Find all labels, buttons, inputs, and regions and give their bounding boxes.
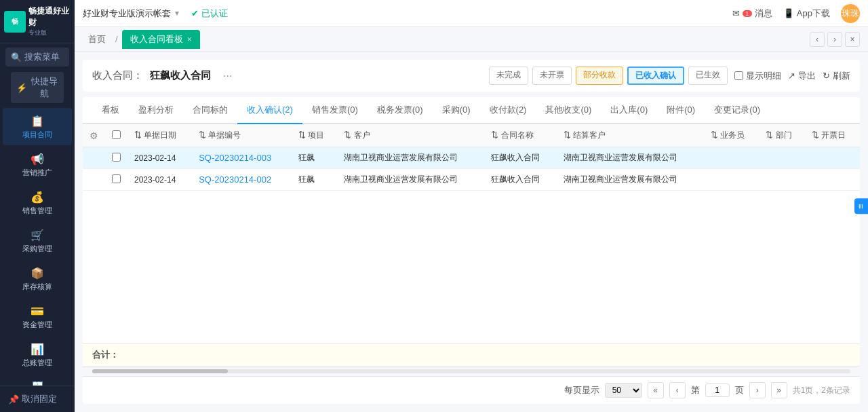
tab-purchase[interactable]: 采购(0) <box>433 97 480 124</box>
tab-prev-button[interactable]: ‹ <box>810 32 825 47</box>
status-active[interactable]: 已生效 <box>688 67 728 85</box>
company-selector[interactable]: 好业财专业版演示帐套 ▼ <box>83 7 180 20</box>
refresh-icon: ↻ <box>823 71 830 81</box>
row-number-0[interactable]: SQ-20230214-003 <box>192 147 292 169</box>
tabbar-home[interactable]: 首页 <box>83 33 111 45</box>
tab-sales-invoice[interactable]: 销售发票(0) <box>302 97 368 124</box>
tab-dashboard[interactable]: 看板 <box>92 97 129 124</box>
col-contract-header[interactable]: ⇅ 合同名称 <box>484 124 556 147</box>
next-page-button[interactable]: › <box>749 382 766 398</box>
sidebar-item-general[interactable]: 📊 总账管理 <box>3 336 72 373</box>
marketing-icon: 📢 <box>30 151 45 166</box>
sort-icon: ⇅ <box>344 130 351 140</box>
settings-icon[interactable]: ⚙ <box>90 130 98 141</box>
row-number-1[interactable]: SQ-20230214-002 <box>192 169 292 191</box>
row-check-input-1[interactable] <box>112 174 121 183</box>
tab-next-button[interactable]: › <box>827 32 842 47</box>
row-number-link-0[interactable]: SQ-20230214-003 <box>199 153 271 163</box>
tab-close-button[interactable]: × <box>845 32 860 47</box>
tab-other-income[interactable]: 其他收支(0) <box>536 97 601 124</box>
quick-nav-button[interactable]: ⚡ 快捷导航 <box>11 72 64 103</box>
show-detail-checkbox[interactable]: 显示明细 <box>734 70 781 82</box>
tab-contract-targets[interactable]: 合同标的 <box>183 97 237 124</box>
page-input[interactable] <box>705 383 730 397</box>
col-end-customer-header[interactable]: ⇅ 结算客户 <box>557 124 704 147</box>
tab-attachment[interactable]: 附件(0) <box>657 97 705 124</box>
sort-icon: ⇅ <box>491 130 498 140</box>
last-page-button[interactable]: » <box>771 382 787 398</box>
row-department-0 <box>759 147 804 169</box>
col-project-header[interactable]: ⇅ 项目 <box>292 124 337 147</box>
quick-nav-icon: ⚡ <box>16 83 27 93</box>
show-detail-input[interactable] <box>734 71 743 80</box>
export-button[interactable]: ↗ 导出 <box>788 70 816 82</box>
col-date-header[interactable]: ⇅ 单据日期 <box>127 124 192 147</box>
col-department-header[interactable]: ⇅ 部门 <box>759 124 804 147</box>
table-container[interactable]: ⚙ ⇅ 单据日期 ⇅ 单据编号 ⇅ 项目 ⇅ 客户 ⇅ 合同名称 ⇅ <box>83 124 860 343</box>
capital-icon: 💳 <box>30 303 45 318</box>
row-end-customer-0: 湖南卫视商业运营发展有限公司 <box>557 147 704 169</box>
export-icon: ↗ <box>788 71 795 81</box>
tab-change-log[interactable]: 变更记录(0) <box>705 97 770 124</box>
select-all-checkbox[interactable] <box>112 130 121 139</box>
row-number-link-1[interactable]: SQ-20230214-002 <box>199 174 271 185</box>
tab-payment[interactable]: 收付款(2) <box>480 97 536 124</box>
tab-income-confirm[interactable]: 收入确认(2) <box>237 97 302 124</box>
unpin-button[interactable]: 📌 取消固定 <box>5 390 69 408</box>
row-end-customer-1: 湖南卫视商业运营发展有限公司 <box>557 169 704 191</box>
message-action[interactable]: ✉ 1 消息 <box>732 7 772 20</box>
per-page-select[interactable]: 20 50 100 <box>605 383 642 398</box>
active-tab[interactable]: 收入合同看板 × <box>122 30 200 49</box>
status-partial[interactable]: 部分收款 <box>576 67 623 85</box>
scrollbar-thumb[interactable] <box>92 369 228 373</box>
sidebar-logo-text: 畅捷通好业财 专业版 <box>28 5 71 37</box>
sidebar-item-purchase[interactable]: 🛒 采购管理 <box>3 222 72 259</box>
pagination-info: 共1页，2条记录 <box>793 385 850 396</box>
status-incomplete[interactable]: 未完成 <box>489 67 528 85</box>
row-project-0: 狂飙 <box>292 147 337 169</box>
row-check-input-0[interactable] <box>112 153 121 162</box>
app-download-action[interactable]: 📱 App下载 <box>783 7 830 20</box>
sidebar-item-marketing[interactable]: 📢 营销推广 <box>3 146 72 183</box>
contract-more-button[interactable]: ··· <box>223 70 232 82</box>
purchase-icon: 🛒 <box>30 227 45 242</box>
right-panel-icon[interactable]: ≡ <box>854 198 868 214</box>
sidebar-logo: 畅 畅捷通好业财 专业版 <box>0 0 75 43</box>
tab-tax-invoice[interactable]: 税务发票(0) <box>368 97 433 124</box>
sidebar-item-sales[interactable]: 💰 销售管理 <box>3 184 72 221</box>
sidebar-item-project[interactable]: 📋 项目合同 <box>3 108 72 145</box>
table-row[interactable]: 2023-02-14 SQ-20230214-002 狂飙 湖南卫视商业运营发展… <box>83 169 860 191</box>
tab-profit[interactable]: 盈利分析 <box>129 97 183 124</box>
first-page-button[interactable]: « <box>648 382 664 398</box>
sales-icon: 💰 <box>30 189 45 204</box>
scrollbar-area[interactable] <box>83 366 860 376</box>
tab-warehouse[interactable]: 出入库(0) <box>601 97 657 124</box>
status-uninvoiced[interactable]: 未开票 <box>532 67 572 85</box>
row-checkbox-1[interactable] <box>105 169 127 191</box>
scrollbar-track[interactable] <box>92 369 850 373</box>
prev-page-button[interactable]: ‹ <box>669 382 686 398</box>
row-customer-0: 湖南卫视商业运营发展有限公司 <box>337 147 484 169</box>
table-row[interactable]: 2023-02-14 SQ-20230214-003 狂飙 湖南卫视商业运营发展… <box>83 147 860 169</box>
search-menu-button[interactable]: 🔍 搜索菜单 <box>5 48 69 67</box>
sidebar-item-invoice-mgr[interactable]: 🧾 发票管理 <box>3 374 72 386</box>
show-detail-label: 显示明细 <box>746 70 781 82</box>
sort-icon: ⇅ <box>564 130 571 140</box>
row-checkbox-0[interactable] <box>105 147 127 169</box>
contract-header: 收入合同： 狂飙收入合同 ··· 未完成 未开票 部分收款 已收入确认 已生效 … <box>83 60 860 92</box>
col-number-header[interactable]: ⇅ 单据编号 <box>192 124 292 147</box>
col-checkbox-header[interactable] <box>105 124 127 147</box>
status-confirmed[interactable]: 已收入确认 <box>627 67 684 85</box>
col-customer-header[interactable]: ⇅ 客户 <box>337 124 484 147</box>
refresh-button[interactable]: ↻ 刷新 <box>823 70 850 82</box>
sidebar-item-inventory[interactable]: 📦 库存核算 <box>3 260 72 297</box>
col-setting-header[interactable]: ⚙ <box>83 124 105 147</box>
row-setting-1 <box>83 169 105 191</box>
col-open-date-header[interactable]: ⇅ 开票日 <box>805 124 860 147</box>
sidebar-item-capital[interactable]: 💳 资金管理 <box>3 298 72 335</box>
sidebar-item-purchase-label: 采购管理 <box>22 244 52 254</box>
tab-close-icon[interactable]: × <box>187 35 192 44</box>
avatar[interactable]: 珠珠 <box>841 4 860 23</box>
chevron-down-icon: ▼ <box>174 10 180 17</box>
col-salesperson-header[interactable]: ⇅ 业务员 <box>704 124 759 147</box>
